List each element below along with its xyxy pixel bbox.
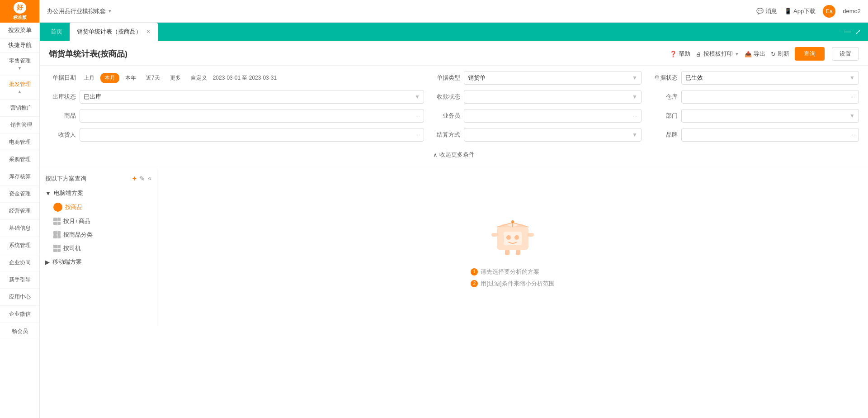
sidebar-item-finance[interactable]: 资金管理 xyxy=(0,185,39,203)
tab-stat-label: 销货单统计表（按商品） xyxy=(77,28,142,36)
grid-icon-3 xyxy=(53,245,61,252)
sidebar-item-sub2[interactable]: 销售管理 xyxy=(0,117,39,134)
tab-minimize-icon[interactable]: — xyxy=(844,28,851,36)
tree-pc-arrow: ▼ xyxy=(45,190,51,197)
tab-expand-icon[interactable]: ⤢ xyxy=(855,28,861,36)
svg-rect-7 xyxy=(516,250,520,255)
sidebar-item-mgmt[interactable]: 经营管理 xyxy=(0,203,39,220)
app-selector[interactable]: 办公用品行业模拟账套 ▼ xyxy=(47,7,112,15)
sidebar-quick-nav: 快捷导航 xyxy=(0,38,39,52)
app-download-button[interactable]: 📱 App下载 xyxy=(784,7,816,15)
quick-nav-label[interactable]: 快捷导航 xyxy=(8,42,32,48)
filter-section: 单据日期 上月 本月 本年 近7天 更多 自定义 2023-03-01 至 20… xyxy=(40,66,868,168)
settings-button[interactable]: 设置 xyxy=(832,47,859,61)
refresh-button[interactable]: ↻ 刷新 xyxy=(771,50,789,58)
filter-doc-status: 单据状态 已生效 ▼ xyxy=(651,71,859,85)
date-label: 单据日期 xyxy=(49,74,76,82)
app-selector-label: 办公用品行业模拟账套 xyxy=(47,7,106,15)
doc-type-value: 销货单 xyxy=(468,74,486,82)
search-menu-label[interactable]: 搜索菜单 xyxy=(3,26,37,34)
username-label[interactable]: demo2 xyxy=(843,8,861,14)
date-tag-more[interactable]: 更多 xyxy=(166,73,185,83)
tree-item-by-cat[interactable]: 按商品分类 xyxy=(40,228,157,242)
receiver-label: 收货人 xyxy=(49,131,76,139)
print-button[interactable]: 🖨 按模板打印 ▼ xyxy=(696,50,739,58)
empty-illustration xyxy=(486,204,540,259)
page-actions: ❓ 帮助 🖨 按模板打印 ▼ 📤 导出 ↻ 刷新 查询 xyxy=(670,47,859,61)
tab-home[interactable]: 首页 xyxy=(43,23,70,41)
svg-rect-9 xyxy=(528,233,534,237)
mobile-icon: 📱 xyxy=(784,8,792,14)
message-button[interactable]: 💬 消息 xyxy=(756,7,777,15)
tree-item-by-month-goods[interactable]: 按月+商品 xyxy=(40,214,157,228)
svg-point-3 xyxy=(514,235,519,240)
sidebar-item-sys[interactable]: 系统管理 xyxy=(0,237,39,254)
sidebar-item-wechat[interactable]: 企业微信 xyxy=(0,306,39,323)
svg-point-5 xyxy=(511,220,514,223)
page-title: 销货单统计表(按商品) xyxy=(49,48,127,59)
tree-section-mobile[interactable]: ▶ 移动端方案 xyxy=(40,255,157,269)
brand-input[interactable]: ··· xyxy=(681,128,859,142)
date-tag-custom[interactable]: 自定义 xyxy=(187,73,211,83)
date-tag-this-month[interactable]: 本月 xyxy=(100,73,119,83)
sidebar-item-stock[interactable]: 库存核算 xyxy=(0,168,39,185)
doc-status-input[interactable]: 已生效 ▼ xyxy=(681,71,859,85)
sidebar-item-ecom[interactable]: 电商管理 xyxy=(0,134,39,151)
sidebar-item-apps[interactable]: 应用中心 xyxy=(0,289,39,306)
date-tag-last-month[interactable]: 上月 xyxy=(80,73,99,83)
header-left: 办公用品行业模拟账套 ▼ xyxy=(47,7,112,15)
filter-brand: 品牌 ··· xyxy=(651,128,859,142)
edit-scheme-icon[interactable]: ✎ xyxy=(139,175,145,183)
sidebar: 好 标准版 搜索菜单 快捷导航 零售管理 ▼ 批发管理 ▲ 营销推广 销售管理 … xyxy=(0,0,40,418)
add-scheme-icon[interactable]: + xyxy=(132,175,137,183)
sidebar-item-guide[interactable]: 新手引导 xyxy=(0,271,39,289)
sidebar-item-wholesale[interactable]: 批发管理 ▲ xyxy=(0,76,39,100)
empty-step-1: 1 请先选择要分析的方案 xyxy=(471,266,554,278)
tab-stat[interactable]: 销货单统计表（按商品） ✕ xyxy=(70,23,158,41)
help-button[interactable]: ❓ 帮助 xyxy=(670,50,690,58)
settle-label: 结算方式 xyxy=(433,131,460,139)
tree-item-by-driver[interactable]: 按司机 xyxy=(40,242,157,255)
settle-arrow: ▼ xyxy=(632,132,637,138)
date-tag-this-year[interactable]: 本年 xyxy=(121,73,140,83)
filter-inner: 单据日期 上月 本月 本年 近7天 更多 自定义 2023-03-01 至 20… xyxy=(40,66,868,168)
left-panel-title: 按以下方案查询 xyxy=(45,175,86,183)
sidebar-item-retail[interactable]: 零售管理 ▼ xyxy=(0,52,39,76)
sidebar-item-corp[interactable]: 企业协同 xyxy=(0,254,39,271)
collect-arrow: ▼ xyxy=(632,94,637,100)
out-status-input[interactable]: 已出库 ▼ xyxy=(80,90,424,104)
tab-close-icon[interactable]: ✕ xyxy=(146,28,151,35)
doc-type-input[interactable]: 销货单 ▼ xyxy=(464,71,642,85)
tree-mobile-label: 移动端方案 xyxy=(52,258,82,266)
content-area: 按以下方案查询 + ✎ « ▼ 电脑端方案 按商品 xyxy=(40,168,868,326)
tree-item-by-driver-label: 按司机 xyxy=(63,244,81,252)
header-right: 💬 消息 📱 App下载 Ea demo2 xyxy=(756,5,861,18)
warehouse-input[interactable]: ··· xyxy=(681,90,859,104)
staff-input[interactable]: ··· xyxy=(464,109,642,123)
sidebar-item-sub1[interactable]: 营销推广 xyxy=(0,100,39,117)
collapse-panel-icon[interactable]: « xyxy=(148,175,151,183)
tree-item-by-goods[interactable]: 按商品 xyxy=(40,200,157,214)
sidebar-item-base[interactable]: 基础信息 xyxy=(0,220,39,237)
filter-row-2: 出库状态 已出库 ▼ 收款状态 ▼ xyxy=(49,90,859,104)
collapse-up-icon: ∧ xyxy=(433,152,438,158)
collapse-button[interactable]: ∧ 收起更多条件 xyxy=(49,147,859,162)
filter-settle: 结算方式 ▼ xyxy=(433,128,642,142)
settle-input[interactable]: ▼ xyxy=(464,128,642,142)
tab-home-label: 首页 xyxy=(51,28,62,36)
sidebar-item-member[interactable]: 畅会员 xyxy=(0,323,39,340)
collect-input[interactable]: ▼ xyxy=(464,90,642,104)
goods-input[interactable]: ··· xyxy=(80,109,424,123)
dept-input[interactable]: ▼ xyxy=(681,109,859,123)
export-button[interactable]: 📤 导出 xyxy=(745,50,765,58)
date-tag-7days[interactable]: 近7天 xyxy=(142,73,164,83)
step-num-2: 2 xyxy=(471,280,478,287)
tree-section-pc[interactable]: ▼ 电脑端方案 xyxy=(40,186,157,200)
sidebar-item-purchase[interactable]: 采购管理 xyxy=(0,151,39,168)
tab-bar-actions: — ⤢ xyxy=(844,28,864,36)
receiver-input[interactable]: ··· xyxy=(80,128,424,142)
empty-step-2-label: 用[过滤]条件来缩小分析范围 xyxy=(481,278,554,290)
out-status-value: 已出库 xyxy=(84,93,101,101)
query-button[interactable]: 查询 xyxy=(795,47,825,61)
grid-icon-2 xyxy=(53,231,61,238)
